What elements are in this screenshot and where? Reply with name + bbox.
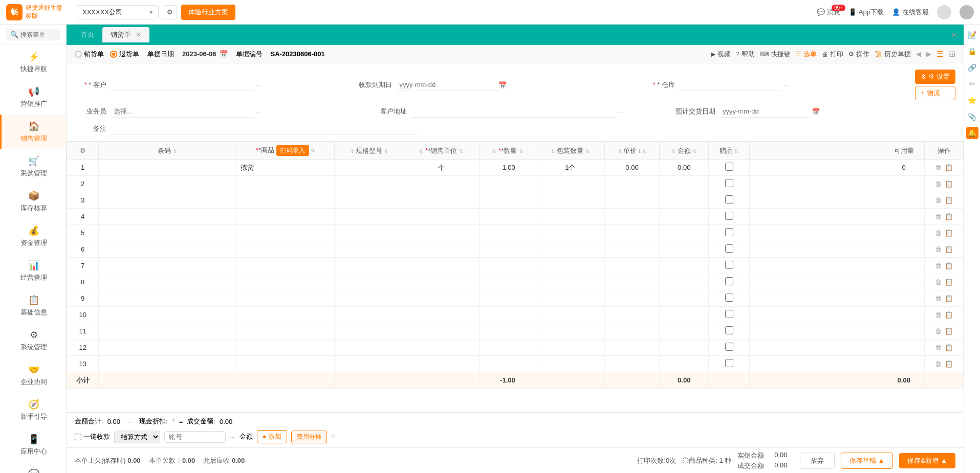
sort-icon[interactable]: ⇅ bbox=[692, 148, 696, 154]
copy-icon[interactable]: 📋 bbox=[945, 213, 953, 220]
app-download-button[interactable]: 📱 App下载 bbox=[848, 8, 884, 17]
logistics-button[interactable]: + 物流 bbox=[915, 86, 955, 100]
row-barcode[interactable] bbox=[99, 209, 236, 225]
row-unit-price[interactable] bbox=[604, 290, 659, 307]
save-draft-button[interactable]: 保存草稿 ▲ bbox=[841, 453, 894, 469]
copy-icon[interactable]: 📋 bbox=[945, 360, 953, 368]
row-unit-price[interactable] bbox=[604, 258, 659, 274]
row-gift[interactable] bbox=[709, 290, 749, 307]
sort-icon[interactable]: ⇅ bbox=[173, 148, 177, 154]
row-spec[interactable] bbox=[335, 176, 403, 192]
row-product[interactable] bbox=[236, 241, 335, 258]
delete-icon[interactable]: 🗑 bbox=[935, 311, 942, 319]
return-order-radio[interactable]: 退货单 bbox=[110, 50, 139, 59]
row-unit-price[interactable] bbox=[604, 225, 659, 241]
copy-icon[interactable]: 📋 bbox=[945, 164, 953, 171]
right-panel-link-icon[interactable]: 🔗 bbox=[966, 61, 978, 74]
row-barcode[interactable] bbox=[99, 340, 236, 356]
row-spec[interactable] bbox=[335, 290, 403, 307]
calc-method-select[interactable]: 结算方式 bbox=[114, 431, 160, 443]
sidebar-item-operation[interactable]: 📊 经营管理 bbox=[0, 254, 66, 288]
row-spec[interactable] bbox=[335, 258, 403, 274]
row-quantity[interactable] bbox=[479, 258, 536, 274]
delivery-calendar-icon[interactable]: 📅 bbox=[812, 108, 820, 116]
sidebar-search-input[interactable] bbox=[20, 31, 61, 38]
nav-next-icon[interactable]: ▶ bbox=[926, 50, 931, 58]
row-barcode[interactable] bbox=[99, 192, 236, 209]
company-selector[interactable]: XXXXXX公司 ▾ bbox=[77, 5, 159, 19]
print-btn[interactable]: 🖨 打印 bbox=[822, 50, 843, 59]
filter-btn[interactable]: ☰ 选单 bbox=[796, 50, 817, 59]
row-quantity[interactable]: -1.00 bbox=[479, 160, 536, 176]
sort-icon[interactable]: ⇅ bbox=[459, 148, 463, 154]
customer-address-input[interactable] bbox=[411, 105, 616, 118]
copy-icon[interactable]: 📋 bbox=[945, 311, 953, 319]
row-barcode[interactable] bbox=[99, 225, 236, 241]
copy-icon[interactable]: 📋 bbox=[945, 245, 953, 253]
info-icon[interactable]: ℹ bbox=[639, 148, 641, 154]
sort-icon[interactable]: ⇅ bbox=[671, 148, 676, 154]
row-gift[interactable] bbox=[709, 176, 749, 192]
settings-icon[interactable]: ⚙ bbox=[163, 5, 177, 19]
row-product[interactable] bbox=[236, 209, 335, 225]
row-gift[interactable] bbox=[709, 160, 749, 176]
row-gift[interactable] bbox=[709, 356, 749, 372]
copy-icon[interactable]: 📋 bbox=[945, 344, 953, 351]
row-barcode[interactable] bbox=[99, 323, 236, 340]
sort-icon[interactable]: ⇅ bbox=[642, 148, 646, 154]
row-quantity[interactable] bbox=[479, 340, 536, 356]
row-unit-price[interactable] bbox=[604, 209, 659, 225]
one-click-pay-checkbox-input[interactable] bbox=[75, 434, 81, 440]
sidebar-item-cooperation[interactable]: 🤝 企业协同 bbox=[0, 358, 66, 393]
history-btn[interactable]: 📜 历史单据 bbox=[875, 50, 911, 59]
delete-icon[interactable]: 🗑 bbox=[935, 196, 942, 204]
delete-icon[interactable]: 🗑 bbox=[935, 229, 942, 237]
row-quantity[interactable] bbox=[479, 290, 536, 307]
payment-due-input[interactable] bbox=[396, 79, 498, 91]
row-spec[interactable] bbox=[335, 340, 403, 356]
sidebar-item-wechat[interactable]: 💬 企业微信 bbox=[0, 462, 66, 473]
row-spec[interactable] bbox=[335, 274, 403, 290]
row-gift[interactable] bbox=[709, 323, 749, 340]
right-panel-notes-icon[interactable]: 📝 bbox=[966, 29, 978, 41]
delete-icon[interactable]: 🗑 bbox=[935, 344, 942, 351]
copy-icon[interactable]: 📋 bbox=[945, 295, 953, 302]
dots-icon[interactable]: ··· bbox=[230, 433, 235, 441]
nav-prev-icon[interactable]: ◀ bbox=[916, 50, 921, 58]
bank-account-input[interactable] bbox=[164, 431, 226, 443]
salesperson-dots[interactable]: ··· bbox=[256, 108, 262, 116]
row-spec[interactable] bbox=[335, 160, 403, 176]
row-quantity[interactable] bbox=[479, 274, 536, 290]
delete-icon[interactable]: 🗑 bbox=[935, 262, 942, 269]
row-spec[interactable] bbox=[335, 225, 403, 241]
shortcuts-btn[interactable]: ⌨ 快捷键 bbox=[760, 50, 791, 59]
warehouse-dots[interactable]: ··· bbox=[783, 81, 789, 89]
row-unit-price[interactable] bbox=[604, 192, 659, 209]
sort-icon[interactable]: ⇅ bbox=[350, 148, 354, 154]
row-spec[interactable] bbox=[335, 307, 403, 323]
row-spec[interactable] bbox=[335, 356, 403, 372]
copy-icon[interactable]: 📋 bbox=[945, 278, 953, 286]
row-unit-price[interactable] bbox=[604, 307, 659, 323]
row-barcode[interactable] bbox=[99, 274, 236, 290]
row-product[interactable] bbox=[236, 225, 335, 241]
row-product[interactable] bbox=[236, 258, 335, 274]
row-spec[interactable] bbox=[335, 241, 403, 258]
delete-icon[interactable]: 🗑 bbox=[935, 295, 942, 302]
row-product[interactable]: 拣货 bbox=[236, 160, 335, 176]
right-panel-star-icon[interactable]: ⭐ bbox=[966, 94, 978, 106]
row-product[interactable] bbox=[236, 323, 335, 340]
help-btn[interactable]: ? 帮助 bbox=[736, 50, 755, 59]
row-product[interactable] bbox=[236, 274, 335, 290]
row-quantity[interactable] bbox=[479, 176, 536, 192]
col-settings-icon[interactable]: ⚙ bbox=[80, 147, 86, 154]
row-barcode[interactable] bbox=[99, 290, 236, 307]
row-gift[interactable] bbox=[709, 241, 749, 258]
delete-icon[interactable]: 🗑 bbox=[935, 360, 942, 368]
delete-icon[interactable]: 🗑 bbox=[935, 245, 942, 253]
sidebar-item-sales[interactable]: 🏠 销售管理 bbox=[0, 115, 66, 149]
right-panel-edit-icon[interactable]: ✏ bbox=[966, 78, 978, 90]
page-close-button[interactable]: ✕ bbox=[951, 30, 957, 40]
row-spec[interactable] bbox=[335, 192, 403, 209]
trial-button[interactable]: 体验行业方案 bbox=[181, 5, 235, 20]
